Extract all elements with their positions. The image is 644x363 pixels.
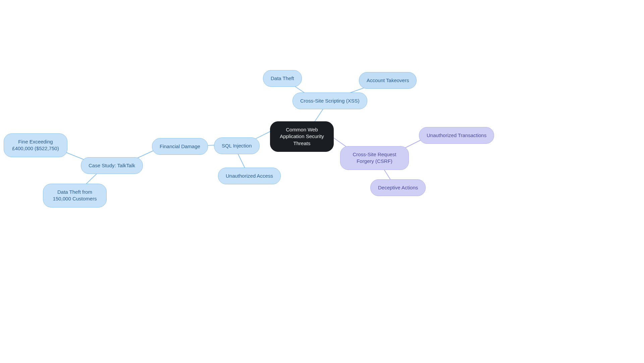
mindmap-diagram: Common Web Application Security Threats … [0,0,644,363]
data-theft-customers-node[interactable]: Data Theft from 150,000 Customers [43,184,107,207]
csrf-node[interactable]: Cross-Site Request Forgery (CSRF) [340,146,409,170]
case-study-node[interactable]: Case Study: TalkTalk [81,157,143,174]
unauthorized-access-label: Unauthorized Access [226,173,273,179]
financial-damage-label: Financial Damage [160,143,200,150]
fine-node[interactable]: Fine Exceeding £400,000 ($522,750) [4,133,67,157]
csrf-label: Cross-Site Request Forgery (CSRF) [348,151,401,165]
data-theft-label: Data Theft [271,75,294,82]
fine-label: Fine Exceeding £400,000 ($522,750) [11,138,60,152]
root-label: Common Web Application Security Threats [278,126,326,147]
deceptive-actions-node[interactable]: Deceptive Actions [370,179,426,196]
unauthorized-transactions-node[interactable]: Unauthorized Transactions [419,127,494,144]
account-takeovers-label: Account Takeovers [367,77,409,84]
financial-damage-node[interactable]: Financial Damage [152,138,208,155]
sql-injection-node[interactable]: SQL Injection [214,137,260,154]
unauthorized-access-node[interactable]: Unauthorized Access [218,168,281,184]
account-takeovers-node[interactable]: Account Takeovers [359,72,417,89]
xss-label: Cross-Site Scripting (XSS) [300,98,360,104]
edges-layer [0,0,644,363]
data-theft-customers-label: Data Theft from 150,000 Customers [51,189,99,202]
root-node[interactable]: Common Web Application Security Threats [270,121,334,152]
deceptive-actions-label: Deceptive Actions [378,184,418,191]
sql-injection-label: SQL Injection [222,142,252,149]
data-theft-node[interactable]: Data Theft [263,70,302,87]
case-study-label: Case Study: TalkTalk [89,162,135,169]
xss-node[interactable]: Cross-Site Scripting (XSS) [292,93,367,109]
unauthorized-transactions-label: Unauthorized Transactions [427,132,486,139]
